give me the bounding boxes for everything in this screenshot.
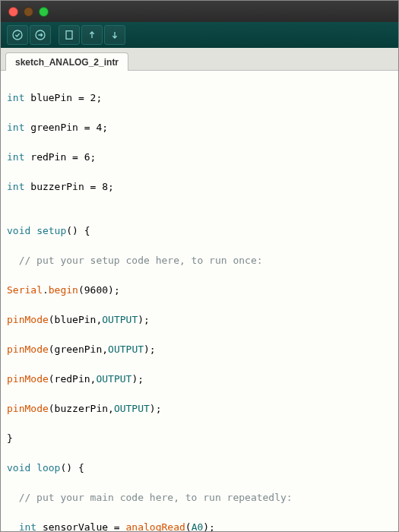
tab-sketch[interactable]: sketch_ANALOG_2_intr: [5, 52, 128, 71]
check-circle-icon: [11, 29, 24, 41]
zoom-icon[interactable]: [39, 7, 49, 17]
close-icon[interactable]: [8, 7, 18, 17]
arrow-up-icon: [86, 29, 98, 41]
verify-button[interactable]: [7, 25, 28, 45]
save-button[interactable]: [104, 25, 125, 45]
svg-point-0: [13, 30, 22, 40]
upload-button[interactable]: [30, 25, 51, 45]
minimize-icon[interactable]: [24, 7, 33, 17]
code-editor[interactable]: int bluePin = 2; int greenPin = 4; int r…: [1, 71, 398, 531]
open-button[interactable]: [81, 25, 103, 45]
new-button[interactable]: [59, 25, 80, 45]
file-icon: [63, 29, 75, 41]
arrow-down-icon: [109, 29, 121, 41]
tab-bar: sketch_ANALOG_2_intr: [1, 48, 398, 71]
arrow-right-icon: [34, 29, 46, 41]
svg-rect-2: [66, 31, 72, 40]
code-content: int bluePin = 2; int greenPin = 4; int r…: [7, 75, 392, 531]
titlebar: [1, 1, 398, 22]
toolbar: [1, 22, 398, 48]
ide-window: sketch_ANALOG_2_intr int bluePin = 2; in…: [0, 0, 399, 532]
